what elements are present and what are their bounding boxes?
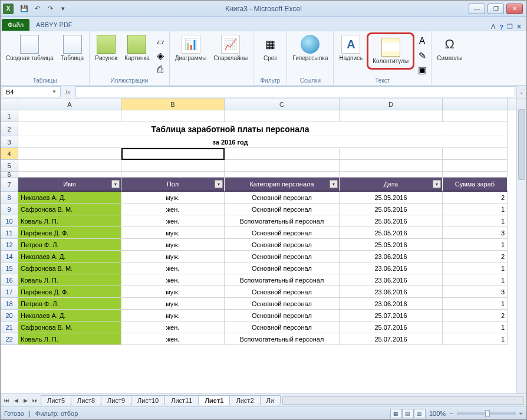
cell-sum[interactable]: 3	[443, 286, 508, 298]
screenshot-icon[interactable]: ⎙	[154, 63, 167, 76]
formula-expand-icon[interactable]: ⌄	[516, 86, 526, 98]
cell-name[interactable]: Сафронова В. М.	[18, 262, 121, 274]
cell-category[interactable]: Основной персонал	[225, 227, 340, 239]
workbook-close-icon[interactable]: ✕	[516, 23, 522, 31]
row-header[interactable]: 6	[1, 172, 18, 178]
row-header[interactable]: 5	[1, 160, 18, 172]
charts-button[interactable]: 📊Диаграммы	[172, 32, 210, 64]
signature-icon[interactable]: ✎	[416, 49, 429, 62]
cell-sex[interactable]: жен.	[121, 321, 225, 333]
row-header[interactable]: 15	[1, 262, 18, 274]
sheet-tab[interactable]: Лист1	[198, 395, 230, 405]
undo-icon[interactable]: ↶	[31, 3, 43, 15]
filter-dropdown-icon[interactable]: ▾	[215, 180, 223, 188]
cell-category[interactable]: Основной персонал	[225, 298, 340, 310]
formula-input[interactable]	[75, 86, 515, 97]
cell-date[interactable]: 23.06.2016	[340, 274, 443, 286]
table-title[interactable]: Таблица заработной платы персонала	[18, 122, 443, 136]
select-all-button[interactable]	[1, 99, 18, 110]
cell-sex[interactable]: муж.	[121, 251, 225, 262]
close-button[interactable]: ✕	[506, 4, 523, 14]
row-header[interactable]: 14	[1, 251, 18, 262]
cell-sum[interactable]: 1	[443, 239, 508, 251]
row-header[interactable]: 1	[1, 110, 18, 122]
cell-sex[interactable]: жен.	[121, 333, 225, 345]
cell-sum[interactable]: 1	[443, 262, 508, 274]
excel-icon[interactable]: X	[3, 4, 14, 14]
cell-sum[interactable]: 1	[443, 274, 508, 286]
cell-date[interactable]: 23.06.2016	[340, 298, 443, 310]
name-box[interactable]: B4▼	[2, 86, 61, 97]
cell-sex[interactable]: муж.	[121, 298, 225, 310]
sheet-next-icon[interactable]: ▶	[21, 398, 30, 403]
cell-category[interactable]: Основной персонал	[225, 192, 340, 204]
row-header[interactable]: 2	[1, 122, 18, 136]
cell-name[interactable]: Николаев А. Д.	[18, 251, 121, 262]
col-header-b[interactable]: B	[121, 99, 225, 110]
cell-sex[interactable]: муж.	[121, 192, 225, 204]
horizontal-scrollbar[interactable]	[282, 396, 524, 405]
window-restore-icon[interactable]: ❐	[507, 23, 513, 31]
cell-date[interactable]: 25.05.2016	[340, 192, 443, 204]
cell-sum[interactable]: 2	[443, 251, 508, 262]
table-header-name[interactable]: Имя▾	[18, 178, 121, 192]
minimize-button[interactable]: —	[469, 4, 485, 14]
vertical-scrollbar[interactable]	[516, 99, 526, 393]
pivot-table-button[interactable]: Сводная таблица	[3, 32, 57, 64]
cell-name[interactable]: Николаев А. Д.	[18, 310, 121, 321]
cell-date[interactable]: 25.05.2016	[340, 215, 443, 227]
filter-dropdown-icon[interactable]: ▾	[111, 180, 120, 188]
cell-category[interactable]: Вспомогательный персонал	[225, 215, 340, 227]
sheet-first-icon[interactable]: ⏮	[2, 398, 11, 403]
row-header[interactable]: 20	[1, 310, 18, 321]
sheet-tab[interactable]: Лист10	[131, 395, 165, 405]
cell-category[interactable]: Основной персонал	[225, 321, 340, 333]
cell-date[interactable]: 25.05.2016	[340, 239, 443, 251]
help-icon[interactable]: ?	[499, 24, 503, 31]
table-header-sex[interactable]: Пол▾	[121, 178, 225, 192]
sparklines-button[interactable]: 📈Спарклайны	[210, 32, 251, 64]
cell-sum[interactable]: 1	[443, 215, 508, 227]
col-header-e[interactable]	[443, 99, 508, 110]
cell-category[interactable]: Основной персонал	[225, 286, 340, 298]
col-header-a[interactable]: A	[18, 99, 121, 110]
sheet-last-icon[interactable]: ⏭	[30, 398, 39, 403]
shapes-icon[interactable]: ▱	[154, 35, 167, 48]
sheet-tab[interactable]: Ли	[260, 395, 281, 405]
cell-category[interactable]: Основной персонал	[225, 251, 340, 262]
cell-date[interactable]: 25.07.2016	[340, 310, 443, 321]
cell-sex[interactable]: жен.	[121, 274, 225, 286]
save-icon[interactable]: 💾	[18, 3, 30, 15]
wordart-icon[interactable]: A	[416, 35, 429, 48]
cell-date[interactable]: 25.05.2016	[340, 227, 443, 239]
row-header[interactable]: 8	[1, 192, 18, 204]
cell-name[interactable]: Петров Ф. Л.	[18, 239, 121, 251]
cell-category[interactable]: Основной персонал	[225, 239, 340, 251]
redo-icon[interactable]: ↷	[44, 3, 56, 15]
sheet-tab[interactable]: Лист8	[71, 395, 101, 405]
row-header[interactable]: 12	[1, 239, 18, 251]
row-header[interactable]: 17	[1, 286, 18, 298]
table-header-sum[interactable]: Сумма зараб	[443, 178, 508, 192]
picture-button[interactable]: Рисунок	[92, 32, 120, 64]
sheet-tab[interactable]: Лист5	[41, 395, 71, 405]
row-header[interactable]: 7	[1, 178, 18, 192]
ribbon-tab-10[interactable]: ABBYY PDF	[31, 18, 78, 31]
cell-name[interactable]: Петров Ф. Л.	[18, 298, 121, 310]
slicer-button[interactable]: ▦Срез	[256, 32, 284, 64]
cell-date[interactable]: 25.07.2016	[340, 321, 443, 333]
cell-name[interactable]: Коваль Л. П.	[18, 215, 121, 227]
header-footer-button[interactable]: Колонтитулы	[370, 35, 411, 67]
cell-sum[interactable]: 2	[443, 310, 508, 321]
cell-category[interactable]: Основной персонал	[225, 204, 340, 215]
sheet-tab[interactable]: Лист9	[101, 395, 131, 405]
cell-category[interactable]: Вспомогательный персонал	[225, 333, 340, 345]
maximize-button[interactable]: ❐	[488, 4, 504, 14]
row-header[interactable]: 4	[1, 148, 18, 160]
cell-sex[interactable]: муж.	[121, 310, 225, 321]
cell-date[interactable]: 23.06.2016	[340, 286, 443, 298]
table-header-cat[interactable]: Категория персонала▾	[225, 178, 340, 192]
zoom-slider[interactable]	[457, 412, 516, 415]
cell-sum[interactable]: 1	[443, 333, 508, 345]
row-header[interactable]: 18	[1, 298, 18, 310]
